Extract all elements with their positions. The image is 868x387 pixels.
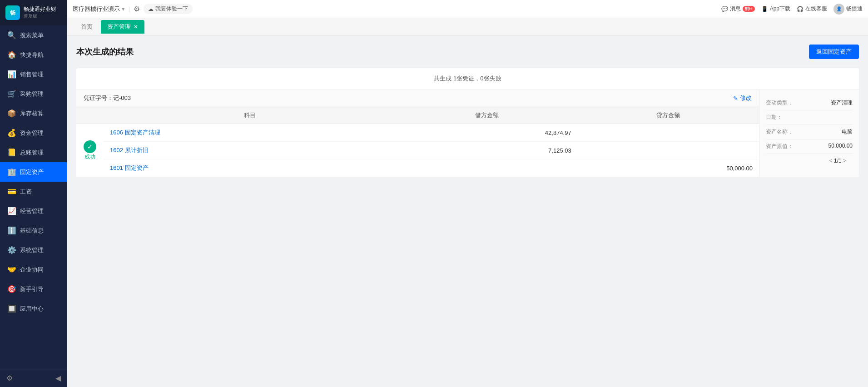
home-icon: 🏠: [7, 50, 15, 59]
message-badge: 99+: [743, 6, 755, 12]
fixed-assets-icon: 🏢: [7, 168, 15, 176]
sidebar-item-label: 资金管理: [20, 129, 44, 137]
operations-icon: 📈: [7, 207, 15, 215]
tab-close-icon[interactable]: ✕: [134, 24, 138, 30]
asset-name-value: 电脑: [842, 128, 853, 136]
ledger-icon: 📒: [7, 148, 15, 157]
sidebar-item-fixed-assets[interactable]: 🏢 固定资产: [0, 162, 67, 182]
sidebar-item-app-center[interactable]: 🔲 应用中心: [0, 299, 67, 318]
sidebar-item-ledger[interactable]: 📒 总账管理: [0, 143, 67, 162]
change-type-row: 变动类型： 资产清理: [766, 96, 853, 110]
status-col-header: [76, 107, 104, 124]
sidebar-item-guide[interactable]: 🎯 新手引导: [0, 279, 67, 299]
edit-icon: ✎: [733, 95, 738, 102]
sidebar-item-label: 工资: [20, 188, 32, 196]
dropdown-icon: ▾: [122, 5, 125, 12]
next-page[interactable]: >: [843, 158, 846, 164]
funds-icon: 💰: [7, 129, 15, 137]
pagination: < 1/1 >: [766, 154, 853, 168]
voucher-side: 变动类型： 资产清理 日期： 资产名称： 电脑 资产原值： 50,000.00: [759, 89, 859, 177]
company-name[interactable]: 医疗器械行业演示 ▾: [73, 5, 125, 13]
subject-col-header: 科目: [104, 107, 396, 124]
sidebar-item-sales[interactable]: 📊 销售管理: [0, 64, 67, 84]
original-value-value: 50,000.00: [828, 143, 853, 150]
voucher-table: 科目 借方金额 贷方金额 ✓ 成功 1606 固定资: [76, 107, 759, 177]
feedback-label: 我要体验一下: [155, 5, 188, 13]
tab-asset-label: 资产管理: [107, 23, 131, 31]
topbar-left: 医疗器械行业演示 ▾ | ⚙ ☁ 我要体验一下: [73, 4, 718, 14]
success-label: 成功: [76, 153, 104, 161]
logo-icon: 畅: [5, 5, 20, 20]
edit-button[interactable]: ✎ 修改: [733, 94, 752, 102]
voucher-id: 凭证字号：记-003: [84, 94, 131, 102]
sidebar-item-basic-info[interactable]: ℹ️ 基础信息: [0, 221, 67, 240]
tabbar: 首页 资产管理 ✕: [67, 18, 868, 35]
feedback-button[interactable]: ☁ 我要体验一下: [144, 4, 193, 14]
change-type-label: 变动类型：: [766, 99, 793, 107]
sidebar-footer: ⚙ ◀: [0, 369, 67, 387]
sidebar-item-operations[interactable]: 📈 经营管理: [0, 201, 67, 221]
return-button[interactable]: 返回固定资产: [809, 45, 859, 59]
sidebar-item-payroll[interactable]: 💳 工资: [0, 182, 67, 201]
message-icon: 💬: [721, 6, 728, 12]
debit-cell: [396, 159, 577, 177]
app-download-button[interactable]: 📱 App下载: [761, 5, 790, 13]
message-button[interactable]: 💬 消息 99+: [721, 5, 755, 13]
sidebar-item-label: 系统管理: [20, 246, 44, 254]
sidebar-item-purchase[interactable]: 🛒 采购管理: [0, 84, 67, 104]
purchase-icon: 🛒: [7, 89, 15, 98]
subject-cell: 1601 固定资产: [104, 159, 396, 177]
sidebar-logo: 畅 畅捷通好业财 普及版: [0, 0, 67, 25]
sales-icon: 📊: [7, 70, 15, 79]
user-area[interactable]: 👤 畅捷通: [833, 4, 863, 15]
logo-title: 畅捷通好业财: [24, 6, 56, 13]
prev-page[interactable]: <: [829, 158, 833, 164]
voucher-section: 凭证字号：记-003 ✎ 修改 科目 借方金额 贷方金额: [76, 89, 859, 177]
enterprise-icon: 🤝: [7, 265, 15, 274]
topbar: 医疗器械行业演示 ▾ | ⚙ ☁ 我要体验一下 💬 消息 99+ 📱 App下载…: [67, 0, 868, 18]
sidebar-item-search[interactable]: 🔍 搜索菜单: [0, 25, 67, 45]
result-panel: 共生成 1张凭证，0张失败 凭证字号：记-003 ✎ 修改: [76, 68, 859, 177]
credit-cell: [578, 142, 759, 159]
username: 畅捷通: [846, 5, 863, 13]
sidebar-toggle-icon[interactable]: ◀: [55, 374, 61, 382]
result-title: 本次生成的结果: [76, 46, 134, 57]
app-download-label: App下载: [770, 5, 790, 13]
online-support-button[interactable]: 🎧 在线客服: [797, 5, 827, 13]
message-label: 消息: [730, 5, 741, 13]
sidebar-item-label: 新手引导: [20, 285, 44, 293]
app-download-icon: 📱: [761, 6, 768, 12]
sidebar-item-system[interactable]: ⚙️ 系统管理: [0, 240, 67, 260]
inventory-icon: 📦: [7, 109, 15, 118]
sidebar-item-inventory[interactable]: 📦 库存核算: [0, 104, 67, 123]
tab-asset-management[interactable]: 资产管理 ✕: [101, 20, 144, 34]
payroll-icon: 💳: [7, 187, 15, 196]
page-indicator: 1/1: [834, 158, 843, 164]
sidebar-item-enterprise[interactable]: 🤝 企业协同: [0, 260, 67, 279]
subject-cell: 1606 固定资产清理: [104, 124, 396, 142]
sidebar-item-funds[interactable]: 💰 资金管理: [0, 123, 67, 143]
sidebar: 畅 畅捷通好业财 普及版 🔍 搜索菜单 🏠 快捷导航 📊 销售管理 🛒 采购管理…: [0, 0, 67, 387]
voucher-header: 凭证字号：记-003 ✎ 修改: [76, 89, 759, 107]
sidebar-item-quick-nav[interactable]: 🏠 快捷导航: [0, 45, 67, 64]
result-header: 本次生成的结果 返回固定资产: [76, 45, 859, 59]
date-label: 日期：: [766, 114, 782, 121]
settings-icon[interactable]: ⚙: [6, 374, 13, 382]
debit-cell: 7,125.03: [396, 142, 577, 159]
sidebar-item-label: 应用中心: [20, 305, 44, 313]
topbar-divider: |: [129, 5, 130, 12]
topbar-right: 💬 消息 99+ 📱 App下载 🎧 在线客服 👤 畅捷通: [721, 4, 863, 15]
debit-cell: 42,874.97: [396, 124, 577, 142]
sidebar-item-label: 库存核算: [20, 109, 44, 118]
settings-gear-icon[interactable]: ⚙: [134, 5, 140, 13]
credit-cell: [578, 124, 759, 142]
tab-home[interactable]: 首页: [74, 20, 99, 34]
tab-home-label: 首页: [81, 23, 93, 31]
avatar: 👤: [833, 4, 844, 15]
sidebar-item-label: 销售管理: [20, 70, 44, 79]
table-row: 1601 固定资产 50,000.00: [76, 159, 759, 177]
result-summary: 共生成 1张凭证，0张失败: [76, 68, 859, 89]
sidebar-item-label: 快捷导航: [20, 51, 44, 59]
success-status-cell: ✓ 成功: [76, 124, 104, 177]
asset-name-row: 资产名称： 电脑: [766, 125, 853, 139]
